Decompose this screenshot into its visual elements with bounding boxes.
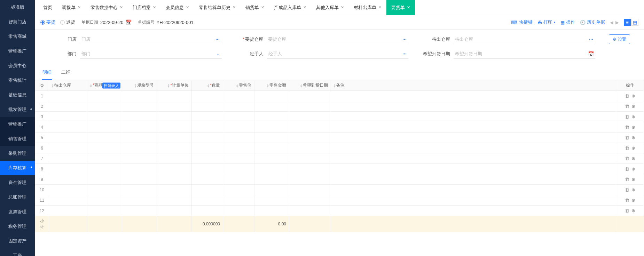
cell-unit[interactable] [157, 91, 192, 101]
picker-icon[interactable]: ⋯ [589, 37, 594, 42]
side-item-retail-stats[interactable]: 零售统计 [0, 73, 35, 88]
tab-transfer[interactable]: 调拨单✕ [57, 0, 86, 15]
col-expect-date[interactable]: ▴▾希望到货日期 [289, 80, 331, 91]
cell-note[interactable] [331, 206, 616, 216]
cell-expect-date[interactable] [289, 143, 331, 153]
tab-request[interactable]: 要货单✕ [386, 0, 415, 15]
cell-qty[interactable] [192, 206, 223, 216]
tab-finished-in[interactable]: 产成品入库单✕ [269, 0, 311, 15]
print-link[interactable]: 🖶打印▾ [537, 19, 556, 25]
col-qty[interactable]: ▴▾*数量 [192, 80, 223, 91]
tab-store-profile[interactable]: 门店档案✕ [128, 0, 161, 15]
delete-icon[interactable]: 🗑 [625, 135, 629, 140]
cell-out-warehouse[interactable] [49, 101, 87, 112]
cell-unit[interactable] [157, 101, 192, 112]
delete-icon[interactable]: 🗑 [625, 156, 629, 161]
chevron-down-icon[interactable]: ⌄ [217, 52, 220, 56]
radio-return[interactable]: 退货 [60, 19, 75, 25]
cell-qty[interactable] [192, 112, 223, 122]
col-note[interactable]: ▴▾备注 [331, 80, 616, 91]
cell-spec[interactable] [122, 112, 157, 122]
side-sub-marketing[interactable]: 营销推广 [0, 117, 35, 131]
cell-amount[interactable] [254, 174, 289, 185]
table-row[interactable]: 1🗑⊕ [35, 91, 644, 101]
add-row-icon[interactable]: ⊕ [631, 177, 635, 182]
cell-spec[interactable] [122, 143, 157, 153]
cell-spec[interactable] [122, 133, 157, 143]
side-item-fixed-asset[interactable]: 固定资产 [0, 234, 35, 248]
delete-icon[interactable]: 🗑 [625, 93, 629, 98]
cell-qty[interactable] [192, 101, 223, 112]
close-icon[interactable]: ✕ [120, 5, 123, 10]
delete-icon[interactable]: 🗑 [625, 187, 629, 192]
close-icon[interactable]: ✕ [78, 5, 81, 10]
side-sub-sales[interactable]: 销售管理 [0, 131, 35, 146]
cell-expect-date[interactable] [289, 153, 331, 164]
side-item-retail-mall[interactable]: 零售商城 [0, 29, 35, 44]
side-item-marketing[interactable]: 营销推广 [0, 44, 35, 58]
cell-note[interactable] [331, 143, 616, 153]
side-item-wholesale[interactable]: 批发管理 [0, 102, 35, 117]
view-list-icon[interactable]: ≡ [624, 19, 631, 26]
table-row[interactable]: 11🗑⊕ [35, 195, 644, 206]
settings-button[interactable]: ⚙设置 [609, 34, 630, 44]
add-row-icon[interactable]: ⊕ [631, 125, 635, 130]
shortcut-link[interactable]: ⌨快捷键 [511, 19, 533, 25]
store-input[interactable] [80, 34, 221, 44]
cell-out-warehouse[interactable] [49, 133, 87, 143]
cell-out-warehouse[interactable] [49, 112, 87, 122]
cell-qty[interactable] [192, 174, 223, 185]
close-icon[interactable]: ✕ [261, 5, 264, 10]
cell-amount[interactable] [254, 133, 289, 143]
cell-unit[interactable] [157, 153, 192, 164]
cell-qty[interactable] [192, 185, 223, 195]
close-icon[interactable]: ✕ [233, 5, 236, 10]
cell-price[interactable] [223, 91, 254, 101]
cell-spec[interactable] [122, 91, 157, 101]
table-row[interactable]: 7🗑⊕ [35, 153, 644, 164]
cell-note[interactable] [331, 185, 616, 195]
cell-out-warehouse[interactable] [49, 174, 87, 185]
add-row-icon[interactable]: ⊕ [631, 187, 635, 192]
out-warehouse-input[interactable] [454, 34, 595, 44]
cell-amount[interactable] [254, 206, 289, 216]
cell-amount[interactable] [254, 122, 289, 133]
tab-sales-order[interactable]: 销货单✕ [241, 0, 269, 15]
cell-amount[interactable] [254, 101, 289, 112]
cell-product[interactable] [87, 185, 122, 195]
cell-amount[interactable] [254, 185, 289, 195]
cell-unit[interactable] [157, 164, 192, 174]
cell-amount[interactable] [254, 195, 289, 206]
table-row[interactable]: 2🗑⊕ [35, 101, 644, 112]
col-spec[interactable]: ▴▾规格型号 [122, 80, 157, 91]
cell-unit[interactable] [157, 206, 192, 216]
close-icon[interactable]: ✕ [378, 5, 382, 10]
cell-price[interactable] [223, 174, 254, 185]
cell-product[interactable] [87, 164, 122, 174]
close-icon[interactable]: ✕ [407, 5, 410, 10]
cell-unit[interactable] [157, 143, 192, 153]
add-row-icon[interactable]: ⊕ [631, 104, 635, 109]
cell-note[interactable] [331, 164, 616, 174]
prev-icon[interactable]: ◀ [610, 20, 613, 25]
cell-expect-date[interactable] [289, 112, 331, 122]
history-link[interactable]: 🕘历史单据 [580, 19, 605, 25]
cell-qty[interactable] [192, 164, 223, 174]
cell-out-warehouse[interactable] [49, 122, 87, 133]
side-item-fund[interactable]: 资金管理 [0, 175, 35, 190]
add-row-icon[interactable]: ⊕ [631, 156, 635, 161]
cell-expect-date[interactable] [289, 122, 331, 133]
cell-amount[interactable] [254, 91, 289, 101]
cell-spec[interactable] [122, 174, 157, 185]
add-row-icon[interactable]: ⊕ [631, 135, 635, 140]
next-icon[interactable]: ▶ [615, 20, 619, 25]
cell-price[interactable] [223, 133, 254, 143]
cell-amount[interactable] [254, 164, 289, 174]
req-warehouse-input[interactable] [267, 34, 408, 44]
tab-member-info[interactable]: 会员信息✕ [161, 0, 194, 15]
add-row-icon[interactable]: ⊕ [631, 166, 635, 171]
add-row-icon[interactable]: ⊕ [631, 93, 635, 98]
side-item-salary[interactable]: 工资 [0, 248, 35, 256]
cell-qty[interactable] [192, 143, 223, 153]
cell-spec[interactable] [122, 101, 157, 112]
